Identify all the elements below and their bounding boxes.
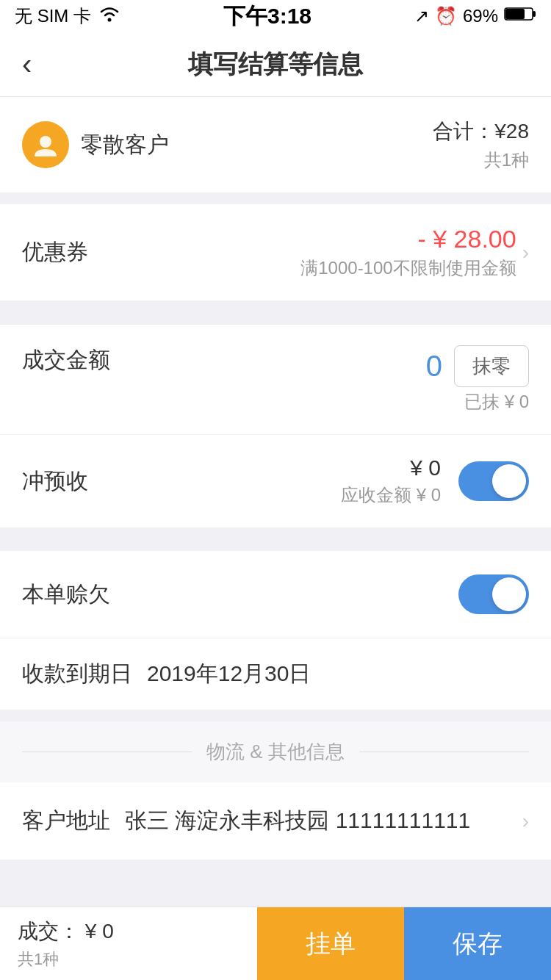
debt-label: 本单赊欠: [22, 580, 110, 610]
status-time: 下午3:18: [223, 1, 311, 32]
save-button[interactable]: 保存: [404, 907, 551, 980]
address-chevron-icon: ›: [522, 810, 529, 833]
pre-sub-amount: 应收金额 ¥ 0: [341, 483, 441, 507]
nav-bar: ‹ 填写结算等信息: [0, 32, 551, 97]
debt-section: 本单赊欠 收款到期日 2019年12月30日: [0, 551, 551, 710]
logistics-divider: 物流 & 其他信息: [0, 721, 551, 782]
separator-2: [0, 539, 551, 551]
address-label: 客户地址: [22, 806, 110, 836]
pre-label: 冲预收: [22, 466, 88, 497]
pre-amounts: ¥ 0 应收金额 ¥ 0: [341, 455, 441, 507]
page-title: 填写结算等信息: [188, 48, 363, 82]
debt-toggle-knob: [492, 577, 526, 611]
address-section: 客户地址 张三 海淀永丰科技园 11111111111 ›: [0, 782, 551, 860]
pre-right: ¥ 0 应收金额 ¥ 0: [341, 455, 529, 507]
battery-label: 69%: [463, 6, 498, 26]
coupon-row[interactable]: 优惠券 - ¥ 28.00 满1000-100不限制使用金额 ›: [0, 204, 551, 300]
deal-right: 0 抹零: [426, 345, 529, 387]
bottom-info: 成交： ¥ 0 共1种: [0, 907, 257, 980]
sim-label: 无 SIM 卡: [15, 4, 91, 28]
coupon-chevron-icon: ›: [522, 241, 529, 264]
hold-button[interactable]: 挂单: [257, 907, 404, 980]
location-icon: ↗: [414, 6, 429, 26]
coupon-section: 优惠券 - ¥ 28.00 满1000-100不限制使用金额 ›: [0, 204, 551, 300]
back-button[interactable]: ‹: [22, 48, 32, 81]
pre-main-amount: ¥ 0: [341, 455, 441, 480]
svg-rect-3: [505, 9, 525, 19]
deal-label: 成交金额: [22, 345, 110, 375]
customer-left: 零散客户: [22, 121, 169, 168]
deal-section: 成交金额 0 抹零 已抹 ¥ 0 冲预收 ¥ 0 应收金额 ¥ 0: [0, 324, 551, 527]
round-button[interactable]: 抹零: [454, 345, 529, 387]
bottom-count-label: 共1种: [18, 948, 240, 970]
svg-point-0: [108, 18, 112, 22]
due-value: 2019年12月30日: [147, 659, 311, 689]
status-bar: 无 SIM 卡 下午3:18 ↗ ⏰ 69%: [0, 0, 551, 32]
svg-point-4: [40, 136, 51, 148]
customer-row: 零散客户 合计：¥28 共1种: [0, 97, 551, 192]
svg-rect-2: [533, 11, 536, 17]
coupon-right: - ¥ 28.00 满1000-100不限制使用金额: [300, 225, 516, 280]
content: 零散客户 合计：¥28 共1种 优惠券 - ¥ 28.00 满1000-100不…: [0, 97, 551, 959]
divider-line-right: [359, 752, 529, 752]
total-label: 合计：¥28: [433, 118, 529, 145]
customer-section: 零散客户 合计：¥28 共1种: [0, 97, 551, 192]
bottom-bar: 成交： ¥ 0 共1种 挂单 保存: [0, 907, 551, 980]
bottom-deal-label: 成交： ¥ 0: [18, 918, 240, 945]
due-date-row: 收款到期日 2019年12月30日: [0, 638, 551, 710]
divider-line-left: [22, 752, 192, 752]
separator-1: [0, 312, 551, 324]
deal-value: 0: [426, 350, 442, 383]
status-right: ↗ ⏰ 69%: [414, 6, 536, 26]
due-label: 收款到期日: [22, 659, 132, 689]
wifi-icon: [98, 6, 120, 26]
total-count: 共1种: [433, 148, 529, 172]
deal-amount-row: 成交金额 0 抹零 已抹 ¥ 0: [0, 324, 551, 434]
debt-row: 本单赊欠: [0, 551, 551, 638]
status-left: 无 SIM 卡: [15, 4, 120, 28]
pre-receive-row: 冲预收 ¥ 0 应收金额 ¥ 0: [0, 434, 551, 527]
coupon-label: 优惠券: [22, 237, 88, 267]
toggle-knob: [492, 464, 526, 498]
customer-name: 零散客户: [81, 130, 169, 160]
coupon-desc: 满1000-100不限制使用金额: [300, 256, 516, 280]
coupon-amount: - ¥ 28.00: [417, 225, 516, 253]
customer-right: 合计：¥28 共1种: [433, 118, 529, 172]
section-divider-text: 物流 & 其他信息: [192, 739, 359, 765]
avatar: [22, 121, 69, 168]
battery-icon: [504, 6, 536, 26]
address-row[interactable]: 客户地址 张三 海淀永丰科技园 11111111111 ›: [0, 782, 551, 860]
debt-toggle[interactable]: [458, 574, 529, 614]
deal-sub: 已抹 ¥ 0: [464, 390, 529, 414]
pre-receive-toggle[interactable]: [458, 461, 529, 501]
alarm-icon: ⏰: [435, 6, 457, 26]
address-value: 张三 海淀永丰科技园 11111111111: [125, 806, 522, 836]
